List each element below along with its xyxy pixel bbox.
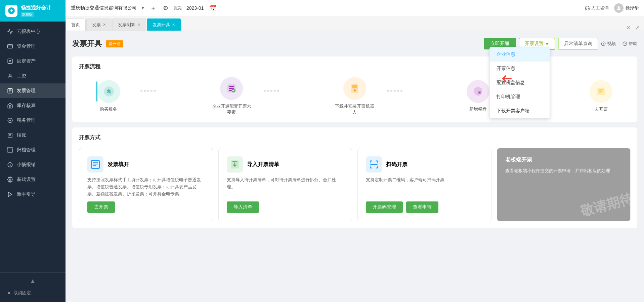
step3-label: 下载并安装开票机器人 — [335, 103, 375, 115]
help-label: 帮助 — [629, 41, 637, 47]
step1-label: 购买服务 — [100, 106, 117, 112]
method-card-fill: 发票填开 支持按照发票样式手工填开发票；可开具增值税电子普通发票、增值税普通发票… — [79, 148, 213, 221]
sidebar-item-account[interactable]: 结账 — [0, 128, 66, 143]
salary-icon — [7, 73, 13, 79]
divider: | — [618, 41, 620, 46]
methods-title: 开票方式 — [79, 134, 631, 141]
company-dropdown-icon[interactable]: ▼ — [141, 6, 145, 10]
dropdown-item-company-info[interactable]: 企业信息 — [490, 47, 550, 62]
dropdown-item-download-client[interactable]: 下载开票客户端 — [490, 104, 550, 118]
maximize-win-icon[interactable]: ⤢ — [634, 25, 640, 31]
scan-card-desc: 支持定制开票二维码，客户端可扫码开票 — [366, 177, 483, 197]
sidebar-item-cloud-report[interactable]: 云报表中心 — [0, 24, 66, 39]
step5-icon — [590, 80, 612, 103]
tab-invoice-close[interactable]: ✕ — [103, 23, 106, 27]
sidebar-label-archive: 归档管理 — [17, 147, 36, 153]
guide-icon — [7, 191, 13, 198]
play-icon — [601, 41, 606, 46]
sidebar: 畅捷通好会计 旗舰版 云报表中心 资金管理 固定资产 工资 — [0, 0, 66, 302]
sidebar-item-report-sales[interactable]: 小畅报销 — [0, 157, 66, 172]
logo-edition-text: 旗舰版 — [21, 12, 34, 17]
sidebar-item-settings[interactable]: 基础设置 — [0, 172, 66, 187]
sidebar-label-report-sales: 小畅报销 — [17, 162, 36, 168]
add-company-icon[interactable]: ＋ — [150, 4, 156, 12]
sidebar-item-salary[interactable]: 工资 — [0, 69, 66, 83]
account-icon — [7, 132, 13, 139]
inventory-icon — [7, 102, 13, 109]
cancel-fixed-label: 取消固定 — [13, 290, 31, 296]
dropdown-item-printer[interactable]: 打印机管理 — [490, 90, 550, 104]
cancel-fixed-btn[interactable]: 取消固定 — [0, 287, 66, 299]
badge-pending: 待开通 — [106, 40, 123, 47]
video-btn[interactable]: 视频 — [601, 41, 616, 47]
methods-section: 开票方式 发票填开 支持按照发票样式手工填开发票；可开具增值税电子普通发票、增值… — [72, 127, 637, 228]
step2-icon — [220, 77, 243, 100]
consultant-btn[interactable]: 人工咨询 — [585, 5, 609, 11]
dropdown-printer-label: 打印机管理 — [497, 94, 520, 99]
boss-card-desc: 查看老板端小程序提交的开票申请，并作出相应的处理 — [505, 167, 622, 213]
step-connector-1 — [138, 90, 202, 92]
flow-step-5: 去开票 — [572, 80, 631, 112]
help-btn[interactable]: 帮助 — [622, 41, 637, 47]
sidebar-label-guide: 新手引导 — [17, 191, 36, 197]
sidebar-label-salary: 工资 — [17, 73, 26, 79]
logo-text: 畅捷通好会计 旗舰版 — [21, 5, 51, 17]
dropdown-item-tax-disk[interactable]: 配置税盘信息 — [490, 76, 550, 90]
sidebar-label-inventory: 库存核算 — [17, 103, 36, 109]
sidebar-item-tax[interactable]: 税务管理 — [0, 113, 66, 128]
tab-invoice-calc-close[interactable]: ✕ — [137, 23, 140, 27]
svg-rect-24 — [352, 85, 357, 88]
tab-home[interactable]: 首页 — [66, 18, 86, 31]
page-title: 发票开具 — [72, 39, 102, 49]
scan-qr-btn[interactable]: 开票码管理 — [366, 201, 403, 213]
dropdown-download-client-label: 下载开票客户端 — [497, 108, 529, 113]
logo-main-text: 畅捷通好会计 — [21, 5, 51, 11]
fill-invoice-btn[interactable]: 去开票 — [87, 201, 115, 213]
fill-card-icon — [87, 156, 103, 173]
tab-invoice-calc[interactable]: 发票测算 ✕ — [112, 18, 146, 31]
asset-icon — [7, 58, 13, 65]
user-info[interactable]: 徐泽华 — [614, 3, 639, 13]
dropdown-item-invoice-info[interactable]: 开票信息 — [490, 62, 550, 76]
step4-label: 新增税盘 — [469, 106, 487, 112]
close-win-icon[interactable]: ✕ — [625, 25, 631, 31]
sidebar-label-settings: 基础设置 — [17, 177, 36, 183]
tab-invoice-issue-label: 发票开具 — [153, 22, 170, 28]
sidebar-item-guide[interactable]: 新手引导 — [0, 187, 66, 202]
settings-icon — [7, 176, 13, 183]
calendar-icon[interactable]: 📅 — [209, 4, 216, 12]
card-fill-header: 发票填开 — [87, 156, 205, 173]
step-connector-3 — [384, 90, 448, 92]
method-cards: 发票填开 支持按照发票样式手工填开发票；可开具增值税电子普通发票、增值税普通发票… — [79, 148, 631, 221]
window-controls: ✕ ⤢ — [621, 25, 644, 31]
company-name: 重庆畅捷交通信息咨询有限公司 — [71, 5, 137, 11]
step1-icon — [97, 80, 120, 103]
tax-icon — [7, 117, 13, 124]
sidebar-item-fixed-assets[interactable]: 固定资产 — [0, 54, 66, 69]
period-label: 账期 — [174, 5, 182, 11]
sidebar-item-archive[interactable]: 归档管理 — [0, 143, 66, 157]
sidebar-item-inventory[interactable]: 库存核算 — [0, 98, 66, 113]
chart-icon — [7, 28, 13, 35]
svg-point-9 — [9, 179, 11, 181]
import-card-icon — [227, 156, 243, 173]
import-list-btn[interactable]: 导入清单 — [227, 201, 259, 213]
tab-invoice-label: 发票 — [92, 22, 101, 28]
user-name: 徐泽华 — [626, 5, 639, 11]
sidebar-item-fund[interactable]: 资金管理 — [0, 39, 66, 54]
svg-point-4 — [9, 74, 11, 76]
archive-icon — [7, 147, 13, 153]
fill-card-title: 发票填开 — [108, 161, 129, 168]
tab-invoice-issue[interactable]: 发票开具 ✕ — [147, 18, 181, 31]
abnormal-btn[interactable]: 异常清单查询 — [558, 38, 598, 50]
sidebar-scroll-up[interactable]: ▲ — [0, 275, 66, 287]
settings-gear-icon[interactable]: ⚙ — [163, 4, 168, 12]
scan-card-icon — [366, 156, 382, 173]
view-apply-btn[interactable]: 查看申请 — [406, 201, 438, 213]
tab-invoice-issue-close[interactable]: ✕ — [172, 23, 175, 27]
step-connector-2 — [261, 90, 325, 92]
svg-point-14 — [602, 42, 606, 46]
sidebar-item-invoice[interactable]: 发票管理 — [0, 83, 66, 98]
sidebar-bottom: ▲ 取消固定 — [0, 272, 66, 302]
tab-invoice[interactable]: 发票 ✕ — [86, 18, 112, 31]
